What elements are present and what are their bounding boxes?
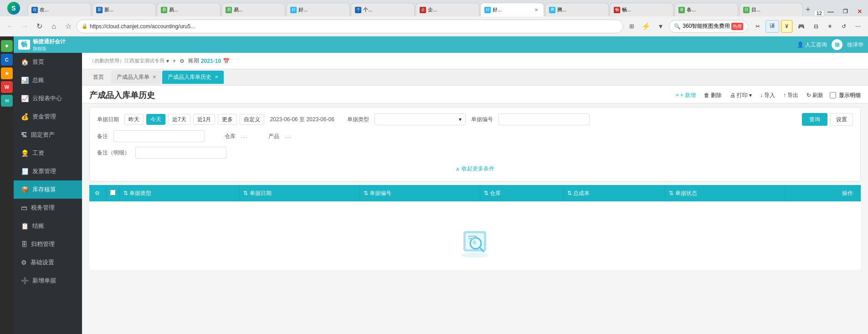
show-cols-checkbox-label[interactable]: 显示明细	[830, 92, 861, 99]
breadcrumb-history[interactable]: 产成品入库单历史 ×	[162, 71, 223, 84]
yuan-button[interactable]: ¥	[781, 20, 792, 33]
user-service-label[interactable]: 👤 人工咨询	[797, 41, 827, 49]
hot-tag: 热搜	[731, 23, 743, 30]
notes-detail-input[interactable]	[135, 147, 226, 159]
show-cols-checkbox[interactable]	[830, 92, 836, 98]
date-custom[interactable]: 自定义	[240, 114, 264, 125]
sidebar-item-ledger[interactable]: 📊 总账	[14, 71, 82, 89]
new-button[interactable]: + + 新增	[672, 89, 699, 101]
export-button[interactable]: ↑ 导出	[780, 89, 802, 101]
layout-button[interactable]: ⊟	[810, 20, 822, 33]
sidebar-item-invoice[interactable]: 🧾 发票管理	[14, 162, 82, 180]
select-all-checkbox[interactable]	[110, 190, 116, 195]
sidebar-fixed-label: 固定资产	[31, 131, 55, 139]
sidebar-item-tax[interactable]: 🗃 税务管理	[14, 199, 82, 217]
lightning-button[interactable]: ⚡	[640, 20, 652, 33]
breadcrumb-list[interactable]: 产成品入库单 ×	[111, 71, 161, 84]
app-icon-red[interactable]: W	[1, 81, 13, 93]
tab-xin[interactable]: 新 新...	[92, 3, 156, 16]
th-status[interactable]: ⇅ 单据状态	[665, 185, 786, 201]
th-total-cost[interactable]: ⇅ 总成本	[563, 185, 665, 201]
sidebar-item-archive[interactable]: 🗄 归档管理	[14, 235, 82, 253]
sidebar-item-funds[interactable]: 💰 资金管理	[14, 108, 82, 126]
th-warehouse[interactable]: ⇅ 仓库	[480, 185, 563, 201]
sidebar-item-base[interactable]: ⚙ 基础设置	[14, 253, 82, 272]
tab-hao1[interactable]: 好 好...	[286, 3, 350, 16]
new-tab-button[interactable]: +	[804, 3, 812, 16]
date-1month[interactable]: 近1月	[193, 114, 216, 125]
address-dropdown[interactable]: ▾	[654, 20, 667, 33]
sidebar-item-inventory[interactable]: 📦 库存核算	[14, 180, 82, 199]
tab-qi[interactable]: 企 企...	[416, 3, 479, 16]
refresh-button[interactable]: ↻	[33, 20, 46, 33]
tab-chang[interactable]: 畅 畅...	[610, 3, 673, 16]
th-number[interactable]: ⇅ 单据编号	[360, 185, 480, 201]
th-checkbox[interactable]	[106, 185, 119, 201]
tab-hao-active[interactable]: 好 好... ×	[480, 3, 544, 16]
number-filter-input[interactable]	[498, 113, 590, 125]
date-today[interactable]: 今天	[146, 114, 165, 125]
tab-yi1[interactable]: 易 易...	[157, 3, 221, 16]
sidebar-item-salary[interactable]: 👷 工资	[14, 144, 82, 162]
close-button[interactable]: ✕	[853, 6, 866, 16]
search-box[interactable]: 🔍 360智能抠图免费用 热搜	[669, 20, 748, 33]
company-selector[interactable]: （勿删勿禁用）江西服宝测试专用 ▾	[89, 57, 169, 64]
tab-close-active[interactable]: ×	[533, 6, 540, 14]
date-7days[interactable]: 近7天	[168, 114, 190, 125]
extensions-button[interactable]: ⊞	[625, 20, 638, 33]
date-more[interactable]: 更多	[218, 114, 237, 125]
translate-button[interactable]: 译	[765, 20, 779, 33]
game-button[interactable]: 🎮	[794, 20, 808, 33]
delete-icon: 🗑	[704, 92, 709, 98]
th-date[interactable]: ⇅ 单据日期	[240, 185, 360, 201]
back-button[interactable]: ←	[4, 20, 16, 33]
cut-button[interactable]: ✂	[752, 20, 764, 33]
tab-teng[interactable]: 腾 腾...	[545, 3, 609, 16]
warehouse-dots[interactable]: ...	[241, 133, 248, 139]
query-button[interactable]: 查询	[802, 113, 827, 126]
more-browser-button[interactable]: ⋯	[852, 20, 864, 33]
breadcrumb-list-close[interactable]: ×	[153, 74, 156, 80]
breadcrumb-history-close[interactable]: ×	[215, 74, 218, 80]
tab-yi2[interactable]: 易 易...	[221, 3, 285, 16]
app-icon-blue[interactable]: C	[1, 54, 13, 66]
tab-mu[interactable]: 目 目...	[739, 3, 803, 16]
address-bar[interactable]: 🔒 https://cloud.chanjet.com/accounting/u…	[77, 20, 623, 33]
sun-button[interactable]: ☀	[824, 20, 836, 33]
product-dots[interactable]: ...	[285, 133, 292, 139]
filter-settings-button[interactable]: 设置	[830, 113, 853, 126]
import-button[interactable]: ↓ 导入	[756, 89, 779, 101]
app-icon-green[interactable]: ✦	[1, 40, 13, 52]
settings-company-button[interactable]: ⚙	[180, 58, 185, 64]
th-settings[interactable]: ⚙	[89, 185, 106, 201]
sidebar-item-newbill[interactable]: ➕ 新增单据	[14, 272, 82, 290]
app-icon-teal[interactable]: ✉	[1, 95, 13, 107]
add-account-button[interactable]: +	[173, 58, 176, 64]
minimize-button[interactable]: —	[824, 6, 837, 16]
delete-button[interactable]: 🗑 删除	[700, 89, 725, 101]
th-type[interactable]: ⇅ 单据类型	[119, 185, 240, 201]
refresh-data-button[interactable]: ↻ 刷新	[803, 89, 827, 101]
bookmark-button[interactable]: ☆	[62, 20, 75, 33]
company-dropdown-icon: ▾	[166, 58, 169, 64]
tab-zai[interactable]: 在 在...	[27, 3, 91, 16]
tab-ge[interactable]: 个 个...	[351, 3, 415, 16]
undo-browser-button[interactable]: ↺	[838, 20, 850, 33]
sidebar-item-settle[interactable]: 📋 结账	[14, 217, 82, 235]
restore-button[interactable]: ❐	[839, 6, 852, 16]
forbidden-label: （勿删勿禁用）江西服宝测试专用	[89, 57, 164, 64]
calendar-icon[interactable]: 📅	[223, 58, 230, 64]
home-button[interactable]: ⌂	[47, 20, 60, 33]
date-yesterday[interactable]: 昨天	[124, 114, 144, 125]
print-button[interactable]: 🖨 打印 ▾	[726, 89, 755, 101]
breadcrumb-home[interactable]: 首页	[87, 71, 109, 84]
app-icon-orange[interactable]: ★	[1, 67, 13, 79]
forward-button[interactable]: →	[18, 20, 31, 33]
tab-ge2[interactable]: 各 各...	[674, 3, 738, 16]
notes-filter-input[interactable]	[113, 130, 205, 142]
sidebar-item-reports[interactable]: 📈 云报表中心	[14, 89, 82, 108]
type-filter-select[interactable]: ▾	[375, 113, 466, 125]
sidebar-item-fixed[interactable]: 🏗 固定资产	[14, 126, 82, 144]
sidebar-item-home[interactable]: 🏠 首页	[14, 53, 82, 71]
collapse-button[interactable]: ∧ 收起更多条件	[97, 162, 853, 175]
